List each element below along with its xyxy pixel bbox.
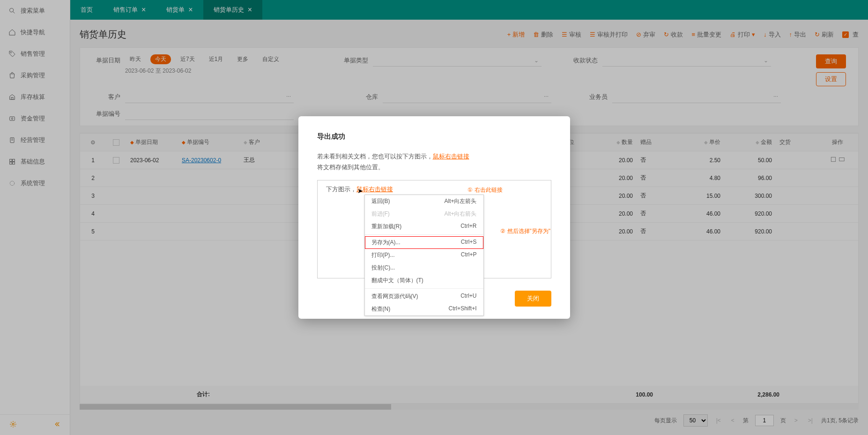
export-success-modal: 导出成功 若未看到相关文档，您也可以按下方图示，鼠标右击链接 将文档存储到其他位… — [298, 116, 570, 318]
ctx-menu-item: 打印(P)...Ctrl+P — [365, 249, 483, 262]
ctx-menu-item: 查看网页源代码(V)Ctrl+U — [365, 290, 483, 303]
ctx-menu-item: 返回(B)Alt+向左箭头 — [365, 195, 483, 208]
ctx-menu-item: 重新加载(R)Ctrl+R — [365, 220, 483, 233]
modal-desc-text: 若未看到相关文档，您也可以按下方图示， — [317, 153, 433, 160]
modal-description: 若未看到相关文档，您也可以按下方图示，鼠标右击链接 将文档存储到其他位置。 — [317, 151, 551, 172]
ctx-menu-item: 翻成中文（简体）(T) — [365, 274, 483, 287]
cursor-icon: ➤ — [357, 187, 363, 195]
modal-desc-text2: 将文档存储到其他位置。 — [317, 164, 384, 171]
close-modal-button[interactable]: 关闭 — [515, 291, 551, 307]
context-menu-illustration: 返回(B)Alt+向左箭头前进(F)Alt+向右箭头重新加载(R)Ctrl+R另… — [364, 195, 484, 316]
ctx-menu-item: 另存为(A)...Ctrl+S — [365, 236, 483, 249]
right-click-link[interactable]: 鼠标右击链接 — [433, 153, 469, 160]
hint-1: 右击此链接 — [467, 186, 503, 194]
modal-overlay: 导出成功 若未看到相关文档，您也可以按下方图示，鼠标右击链接 将文档存储到其他位… — [0, 0, 868, 435]
ctx-menu-item: 投射(C)... — [365, 262, 483, 274]
hint-2: 然后选择"另存为" — [500, 227, 551, 235]
modal-title: 导出成功 — [317, 132, 551, 141]
caption-text: 下方图示， — [326, 186, 356, 193]
ctx-menu-item: 前进(F)Alt+向右箭头 — [365, 208, 483, 220]
modal-illustration: 下方图示，鼠标右击链接 ➤ 右击此链接 然后选择"另存为" 返回(B)Alt+向… — [317, 180, 551, 278]
ctx-menu-item: 检查(N)Ctrl+Shift+I — [365, 303, 483, 315]
